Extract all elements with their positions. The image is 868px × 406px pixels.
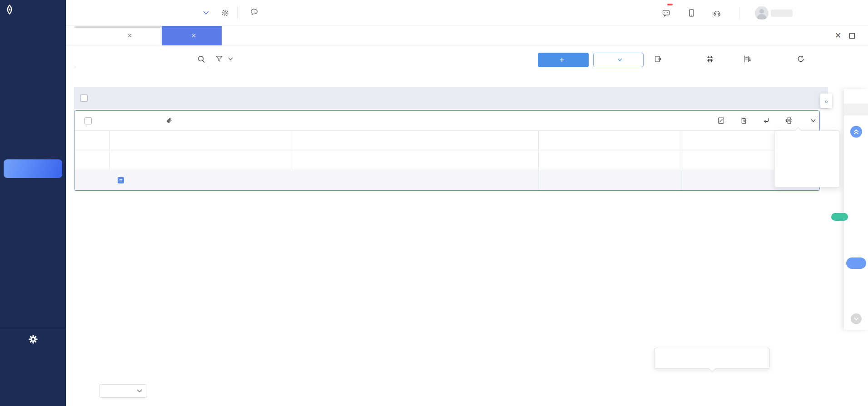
toolbar: + — [66, 45, 868, 74]
sidebar-item-funds[interactable] — [0, 138, 66, 158]
page-size-select[interactable] — [99, 384, 147, 398]
app-download-button[interactable] — [688, 9, 698, 17]
sidebar-item-operations[interactable] — [0, 261, 66, 281]
sidebar-item-purchase[interactable] — [0, 97, 66, 118]
edit-action[interactable] — [718, 117, 727, 124]
import-export-icon — [655, 55, 662, 63]
tab-home[interactable] — [68, 26, 98, 45]
sidebar-item-invoice[interactable] — [0, 179, 66, 199]
avatar — [755, 6, 769, 20]
chevron-down-icon — [137, 389, 142, 393]
topbar-divider — [739, 7, 739, 19]
month-item[interactable] — [844, 200, 868, 214]
user-account[interactable] — [755, 6, 793, 20]
insert-action[interactable] — [763, 117, 772, 124]
debit-cell — [538, 150, 681, 170]
month-item[interactable] — [844, 144, 868, 158]
voucher-actions — [718, 117, 819, 124]
demo-link[interactable] — [250, 8, 261, 15]
sidebar-item-sales[interactable] — [0, 36, 66, 56]
tab-new-voucher[interactable]: ✕ — [98, 26, 157, 45]
paperclip-icon — [166, 117, 173, 124]
topbar-right-cluster — [662, 0, 793, 26]
search-input[interactable] — [74, 56, 198, 63]
pagination — [86, 384, 156, 398]
import-export-button[interactable] — [655, 55, 664, 63]
headset-icon — [713, 10, 721, 17]
row-select-spacer — [74, 150, 109, 170]
voucher-checkbox[interactable] — [84, 117, 92, 124]
sidebar-settings-gear-icon[interactable] — [0, 334, 66, 344]
account-cell — [291, 150, 538, 170]
more-filters-button[interactable] — [216, 55, 233, 62]
close-page-icon[interactable]: ✕ — [835, 32, 841, 40]
month-item[interactable] — [844, 172, 868, 186]
tabs: ✕ ✕ — [68, 26, 222, 45]
add-voucher-button[interactable]: + — [538, 53, 589, 67]
print-button[interactable] — [706, 55, 716, 63]
table-header — [74, 87, 828, 109]
customer-service-button[interactable] — [713, 10, 724, 17]
tab-close-icon[interactable]: ✕ — [191, 32, 196, 39]
org-settings-gear-icon[interactable] — [221, 9, 229, 17]
scroll-down-chevron-icon[interactable] — [851, 313, 862, 324]
menu-item-copy[interactable] — [775, 134, 839, 151]
search-icon[interactable] — [198, 55, 205, 63]
attachment-count-link[interactable] — [166, 117, 174, 124]
month-item[interactable] — [844, 298, 868, 312]
account-cell — [291, 131, 538, 150]
month-list — [844, 144, 868, 312]
more-actions-button[interactable] — [808, 119, 816, 123]
month-item-selected[interactable] — [846, 257, 866, 269]
select-all-checkbox[interactable] — [80, 94, 88, 102]
batch-operations-button[interactable] — [593, 53, 644, 67]
tab-bar: ✕ ✕ ✕ — [66, 26, 868, 45]
messages-button[interactable] — [662, 10, 673, 17]
sidebar-item-basic-info[interactable] — [0, 302, 66, 322]
sidebar-menu — [0, 15, 66, 322]
sidebar — [0, 0, 66, 406]
tab-tools: ✕ — [835, 26, 855, 45]
month-item[interactable] — [844, 158, 868, 172]
sidebar-item-fixed-assets[interactable] — [0, 220, 66, 240]
fullscreen-icon[interactable] — [849, 33, 855, 39]
tab-close-icon[interactable]: ✕ — [127, 32, 132, 39]
tab-view-voucher[interactable]: ✕ — [162, 26, 222, 45]
month-item[interactable] — [844, 270, 868, 284]
month-item[interactable] — [844, 186, 868, 200]
month-item[interactable] — [844, 228, 868, 242]
renumber-button[interactable] — [744, 55, 753, 63]
sidebar-item-ecommerce-mini[interactable] — [0, 56, 66, 77]
sidebar-item-expense[interactable] — [0, 281, 66, 302]
sidebar-item-ecommerce[interactable] — [0, 77, 66, 97]
month-selector-panel — [844, 89, 868, 330]
voucher-line-row[interactable] — [74, 131, 819, 150]
menu-item-reverse[interactable] — [775, 151, 839, 167]
sidebar-item-inventory[interactable] — [0, 118, 66, 138]
edit-pencil-icon — [718, 117, 724, 124]
delete-action[interactable] — [740, 117, 749, 124]
search-box — [74, 52, 209, 67]
tooltip-arrow — [709, 366, 715, 372]
refresh-button[interactable] — [797, 55, 807, 63]
username-redacted — [771, 10, 793, 17]
plus-icon: + — [560, 56, 564, 64]
month-item[interactable] — [844, 242, 868, 256]
collapse-month-panel-icon[interactable]: » — [820, 94, 832, 108]
menu-item-void[interactable] — [775, 167, 839, 183]
sidebar-divider — [0, 329, 66, 329]
current-period — [844, 104, 868, 115]
org-chevron-down-icon[interactable] — [203, 11, 209, 15]
voucher-line-row[interactable] — [74, 150, 819, 170]
topbar-divider — [237, 6, 238, 19]
renumber-icon — [744, 55, 751, 63]
month-item[interactable] — [844, 284, 868, 298]
trash-icon — [740, 117, 747, 124]
printer-icon — [706, 55, 714, 63]
sidebar-item-general-ledger[interactable] — [4, 159, 62, 178]
sidebar-item-payroll[interactable] — [0, 240, 66, 261]
sidebar-item-tax[interactable] — [0, 199, 66, 220]
print-voucher-action[interactable] — [786, 117, 795, 124]
scroll-up-double-chevron-icon[interactable] — [850, 126, 862, 138]
messages-chat-icon — [662, 10, 670, 17]
